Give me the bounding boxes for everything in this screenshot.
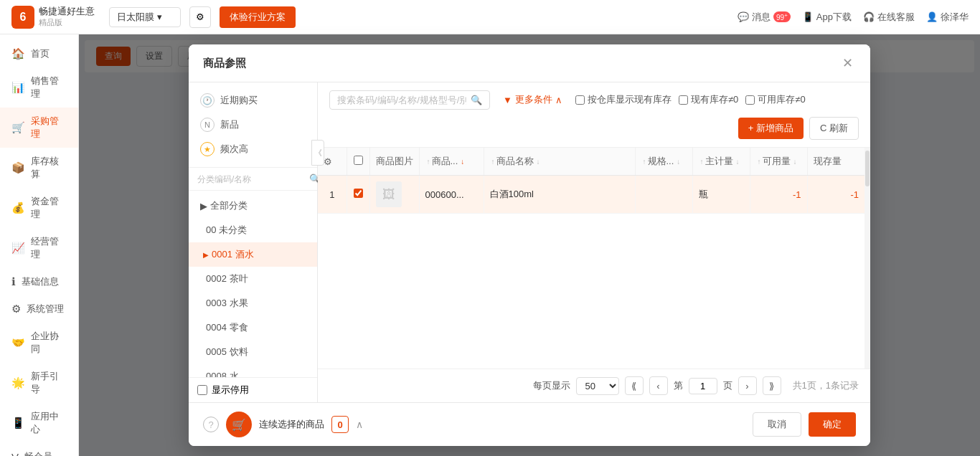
sidebar-label-sales: 销售管理 [31,75,67,100]
page-unit: 页 [723,379,732,392]
last-page-btn[interactable]: ⟫ [763,376,781,395]
th-available: ↑ 可用量 ↓ [750,148,807,176]
select-all-checkbox[interactable] [354,156,363,165]
shortcut-frequent[interactable]: ★ 频次高 [189,137,317,161]
help-icon[interactable]: ? [203,417,219,432]
product-image: 🖼 [376,181,402,207]
settings-button[interactable]: ⚙ [189,6,211,28]
nonzero-avail-checkbox[interactable] [745,95,755,105]
row-checkbox-cell[interactable] [347,176,369,214]
sidebar-item-member[interactable]: V 畅会员 [0,443,78,456]
nonzero-stock-checkbox[interactable] [679,95,688,105]
message-badge: 99+ [773,11,791,22]
headset-icon: 🎧 [863,11,875,22]
sidebar-label-purchase: 采购管理 [31,115,67,141]
th-image: 商品图片 [369,148,419,176]
cat-alcohol[interactable]: ▶ 0001 酒水 [189,242,317,267]
cat-water[interactable]: 0008 水 [189,364,317,377]
cat-tea[interactable]: 0002 茶叶 [189,267,317,291]
app-download-item[interactable]: 📱 App下载 [802,11,852,24]
th-spec-sort-down[interactable]: ↓ [677,158,680,166]
page-total-label: 共1页，1条记录 [793,379,859,392]
customer-service-item[interactable]: 🎧 在线客服 [863,11,915,24]
pagination: 每页显示 50 10 20 100 ⟪ ‹ 第 页 [318,369,870,402]
search-input-wrap: 🔍 [329,90,490,110]
cat-snacks-label: 0004 零食 [206,321,248,334]
message-nav-item[interactable]: 💬 消息 99+ [738,11,791,24]
product-table-inner: ⚙ 商品图片 [318,148,864,369]
warehouse-display-checkbox[interactable] [575,95,585,105]
sidebar-item-management[interactable]: 📈 经营管理 [0,228,78,268]
th-avail-sort-up[interactable]: ↑ [758,158,761,166]
th-spec-sort-up[interactable]: ↑ [643,158,646,166]
next-page-btn[interactable]: › [738,376,757,395]
shortcut-frequent-label: 频次高 [220,143,248,156]
cat-fruit[interactable]: 0003 水果 [189,291,317,315]
cat-all[interactable]: ▶ 全部分类 [189,194,317,218]
modal-close-button[interactable]: ✕ [839,54,856,72]
sidebar-item-collab[interactable]: 🤝 企业协同 [0,323,78,363]
cat-snacks[interactable]: 0004 零食 [189,315,317,340]
nav-dropdown[interactable]: 日太阳膜 ▾ [109,7,181,27]
shortcut-new[interactable]: N 新品 [189,113,317,137]
show-disabled-checkbox[interactable] [197,385,207,395]
user-item[interactable]: 👤 徐泽华 [926,11,969,24]
row-image-cell: 🖼 [369,176,419,214]
exp-btn[interactable]: 体验行业方案 [220,6,296,28]
sidebar-item-guide[interactable]: 🌟 新手引导 [0,363,78,403]
refresh-button[interactable]: C 刷新 [809,117,859,140]
th-unit-sort-up[interactable]: ↑ [700,158,704,166]
sidebar-item-apps[interactable]: 📱 应用中心 [0,403,78,443]
table-row[interactable]: 1 🖼 000600. [318,176,864,214]
first-page-btn[interactable]: ⟪ [625,376,644,395]
chevron-down-icon: ▾ [157,11,162,22]
th-avail-sort-down[interactable]: ↓ [793,158,797,166]
cat-drinks[interactable]: 0005 饮料 [189,340,317,364]
sidebar-item-sales[interactable]: 📊 销售管理 [0,67,78,108]
collapse-footer-arrow[interactable]: ∧ [356,419,363,430]
prev-page-btn[interactable]: ‹ [649,376,668,395]
add-product-button[interactable]: + 新增商品 [738,118,804,139]
cancel-button[interactable]: 取消 [753,412,801,437]
sidebar-item-info[interactable]: ℹ 基础信息 [0,268,78,295]
product-code: 000600... [425,189,464,200]
confirm-button[interactable]: 确定 [809,412,856,437]
cat-panel-footer: 显示停用 [189,377,317,402]
sidebar-item-finance[interactable]: 💰 资金管理 [0,188,78,228]
sidebar-item-home[interactable]: 🏠 首页 [0,40,78,67]
message-label: 消息 [752,11,771,24]
nonzero-avail-option[interactable]: 可用库存≠0 [745,93,805,106]
category-search-input[interactable] [197,174,305,184]
search-icon[interactable]: 🔍 [471,95,482,105]
shortcut-new-label: 新品 [220,118,239,131]
apps-icon: 📱 [11,417,25,429]
page-size-select[interactable]: 50 10 20 100 [576,377,619,395]
product-search-input[interactable] [337,95,466,105]
customer-service-label: 在线客服 [877,11,915,24]
warehouse-display-option[interactable]: 按仓库显示现有库存 [575,93,672,106]
th-code-sort-down[interactable]: ↓ [461,158,464,166]
system-icon: ⚙ [11,303,21,315]
th-name-sort-up[interactable]: ↑ [491,158,495,166]
sidebar-item-system[interactable]: ⚙ 系统管理 [0,295,78,323]
cart-icon[interactable]: 🛒 [226,412,252,437]
vertical-scrollbar[interactable] [864,148,870,369]
page-number-input[interactable] [689,378,717,394]
product-reference-modal: 商品参照 ✕ 🕐 近期购买 N 新 [189,44,870,446]
scrollbar-thumb[interactable] [865,151,870,186]
shortcut-recent[interactable]: 🕐 近期购买 [189,88,317,113]
filter-more-btn[interactable]: ▼ 更多条件 ∧ [497,90,568,110]
finance-icon: 💰 [11,201,25,214]
row-num: 1 [318,176,347,214]
sidebar-item-purchase[interactable]: 🛒 采购管理 [0,108,78,148]
continuous-label: 连续选择的商品 [259,418,324,431]
th-unit-sort-down[interactable]: ↓ [736,158,740,166]
nonzero-stock-option[interactable]: 现有库存≠0 [679,93,738,106]
download-icon: 📱 [802,11,814,22]
cat-uncategorized[interactable]: 00 未分类 [189,218,317,242]
sidebar-item-inventory[interactable]: 📦 库存核算 [0,148,78,188]
th-name-sort-down[interactable]: ↓ [537,158,540,166]
collapse-panel-btn[interactable]: 《 [311,140,324,166]
th-code-sort-up[interactable]: ↑ [427,158,430,166]
row-checkbox[interactable] [354,189,363,198]
